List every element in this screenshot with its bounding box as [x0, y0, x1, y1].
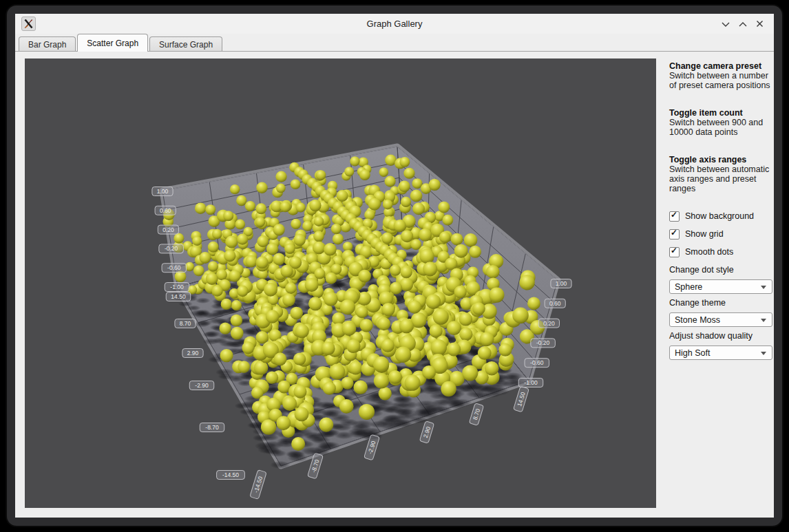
- axis-tick-label: 8.70: [175, 319, 196, 328]
- command-link-toggle-axis-ranges[interactable]: Toggle axis rangesSwitch between automat…: [669, 155, 774, 193]
- axis-tick-label: 14.50: [166, 292, 191, 301]
- svg-text:1.00: 1.00: [157, 188, 169, 195]
- axis-tick-label: 14.50: [514, 386, 529, 412]
- svg-text:-0.60: -0.60: [530, 359, 544, 366]
- checkbox-show-grid[interactable]: ✓Show grid: [669, 229, 774, 239]
- select-label-adjust-shadow-quality: Adjust shadow quality: [669, 331, 774, 341]
- axis-tick-label: -8.70: [200, 423, 224, 432]
- svg-text:-14.50: -14.50: [222, 471, 239, 478]
- chevron-down-icon: [761, 352, 766, 355]
- command-link-toggle-item-count[interactable]: Toggle item countSwitch between 900 and …: [669, 108, 774, 137]
- command-link-title: Toggle item count: [669, 108, 774, 118]
- checkbox-box[interactable]: ✓: [669, 229, 680, 240]
- check-icon: ✓: [671, 210, 677, 220]
- axis-tick-label: -14.50: [250, 470, 266, 500]
- svg-text:-0.20: -0.20: [536, 339, 550, 346]
- settings-panel: Change camera presetSwitch between a num…: [656, 58, 774, 508]
- chevron-down-icon: [722, 21, 730, 28]
- command-link-description: Switch between 900 and 10000 data points: [669, 118, 774, 137]
- select-change-dot-style[interactable]: Sphere: [669, 279, 772, 294]
- axis-tick-label: -14.50: [217, 471, 245, 480]
- select-change-theme[interactable]: Stone Moss: [669, 312, 772, 327]
- axis-tick-label: 0.60: [155, 206, 176, 215]
- axis-tick-label: 2.90: [182, 349, 203, 358]
- svg-text:0.20: 0.20: [162, 226, 174, 233]
- axis-tick-label: 0.20: [538, 319, 559, 328]
- x11-logo-icon: [23, 19, 34, 29]
- chevron-down-icon: [761, 286, 766, 289]
- close-icon: [756, 20, 764, 28]
- content-area: 1.000.600.20-0.20-0.60-1.001.000.600.20-…: [15, 52, 774, 518]
- tab-bar: Bar GraphScatter GraphSurface Graph: [15, 34, 774, 52]
- chevron-down-icon: [761, 319, 766, 322]
- check-icon: ✓: [671, 228, 677, 237]
- axis-tick-label: -1.00: [165, 283, 189, 292]
- maximize-button[interactable]: [737, 19, 748, 29]
- command-link-title: Toggle axis ranges: [669, 155, 774, 164]
- command-link-description: Switch between a number of preset camera…: [669, 71, 774, 90]
- checkbox-label: Show grid: [685, 229, 724, 239]
- chevron-up-icon: [739, 21, 747, 28]
- window-controls: [720, 19, 765, 29]
- command-link-title: Change camera preset: [669, 61, 774, 71]
- check-icon: ✓: [671, 246, 677, 255]
- window-frame: Graph Gallery Bar GraphScatter GraphS: [7, 6, 782, 526]
- svg-text:-2.90: -2.90: [195, 382, 209, 389]
- minimize-button[interactable]: [720, 19, 730, 29]
- title-bar[interactable]: Graph Gallery: [15, 14, 774, 34]
- svg-text:14.50: 14.50: [171, 293, 186, 300]
- svg-text:0.60: 0.60: [549, 300, 561, 307]
- checkbox-group: ✓Show background✓Show grid✓Smooth dots: [669, 211, 774, 257]
- svg-text:-0.20: -0.20: [165, 245, 178, 252]
- scatter-graph-3d-view[interactable]: 1.000.600.20-0.20-0.60-1.001.000.600.20-…: [25, 58, 656, 508]
- select-value: High Soft: [670, 348, 710, 358]
- axis-tick-label: -0.20: [531, 339, 556, 348]
- axis-tick-label: -0.60: [525, 359, 549, 368]
- axis-tick-label: -0.60: [162, 264, 186, 273]
- axis-tick-label: 1.00: [152, 187, 173, 196]
- checkbox-label: Smooth dots: [685, 247, 733, 257]
- svg-text:0.60: 0.60: [160, 207, 171, 214]
- axis-tick-label: -2.90: [189, 381, 214, 390]
- tab-surface-graph[interactable]: Surface Graph: [149, 36, 222, 52]
- svg-text:0.20: 0.20: [543, 320, 555, 327]
- svg-text:2.90: 2.90: [187, 350, 199, 357]
- tab-bar-graph[interactable]: Bar Graph: [19, 36, 76, 52]
- select-adjust-shadow-quality[interactable]: High Soft: [669, 345, 772, 360]
- checkbox-box[interactable]: ✓: [669, 211, 680, 222]
- select-label-change-theme: Change theme: [669, 298, 774, 308]
- axis-tick-label: -0.20: [159, 244, 184, 253]
- checkbox-smooth-dots[interactable]: ✓Smooth dots: [669, 247, 774, 257]
- axis-tick-label: 0.60: [545, 299, 565, 308]
- scatter-plot-canvas[interactable]: 1.000.600.20-0.20-0.60-1.001.000.600.20-…: [25, 58, 656, 508]
- checkbox-box[interactable]: ✓: [669, 247, 680, 257]
- svg-text:8.70: 8.70: [180, 320, 191, 327]
- svg-text:-0.60: -0.60: [167, 264, 181, 271]
- axis-tick-label: 1.00: [551, 279, 571, 288]
- select-value: Sphere: [670, 282, 702, 292]
- select-label-change-dot-style: Change dot style: [669, 265, 774, 275]
- tab-scatter-graph[interactable]: Scatter Graph: [77, 34, 148, 52]
- command-link-change-camera-preset[interactable]: Change camera presetSwitch between a num…: [669, 61, 774, 90]
- axis-tick-label: 8.70: [469, 403, 483, 426]
- svg-text:1.00: 1.00: [556, 280, 567, 287]
- axis-tick-label: -1.00: [518, 379, 543, 387]
- select-value: Stone Moss: [670, 315, 720, 325]
- app-window: Graph Gallery Bar GraphScatter GraphS: [15, 14, 774, 518]
- checkbox-label: Show background: [685, 211, 754, 221]
- svg-text:-1.00: -1.00: [524, 379, 538, 386]
- close-button[interactable]: [755, 19, 765, 29]
- checkbox-show-background[interactable]: ✓Show background: [669, 211, 774, 221]
- axis-tick-label: 0.20: [158, 225, 178, 234]
- window-title: Graph Gallery: [15, 19, 774, 29]
- svg-text:-1.00: -1.00: [170, 284, 184, 290]
- svg-text:-8.70: -8.70: [205, 424, 219, 431]
- axis-tick-label: 2.90: [419, 421, 434, 444]
- command-link-description: Switch between automatic axis ranges and…: [669, 164, 774, 193]
- app-icon: [21, 17, 36, 31]
